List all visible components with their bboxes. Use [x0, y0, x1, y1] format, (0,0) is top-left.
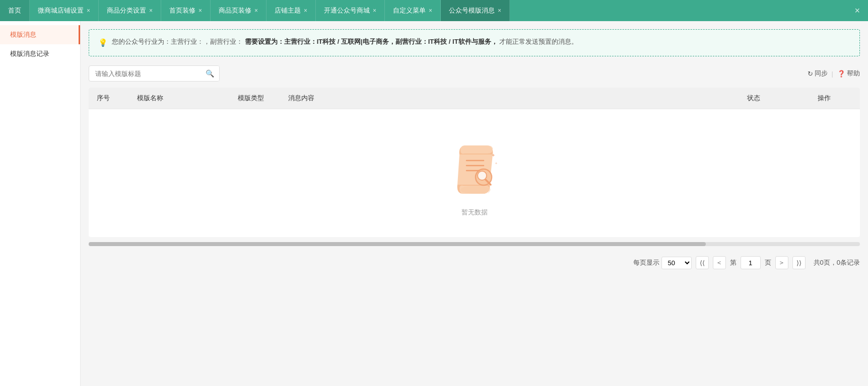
- nav-tab-open-shop[interactable]: 开通公众号商城 ×: [316, 0, 385, 21]
- empty-state-text: 暂无数据: [461, 208, 488, 217]
- empty-row: ✦ ✦ 暂无数据: [89, 109, 860, 238]
- total-info: 共0页，0条记录: [814, 258, 860, 267]
- sidebar-item-template-record[interactable]: 模版消息记录: [0, 44, 80, 63]
- main-content: 💡 您的公众号行业为：主营行业：，副营行业： 需要设置为：主营行业：IT科技 /…: [81, 21, 868, 386]
- toolbar-right: ↻ 同步 | ❓ 帮助: [808, 69, 860, 78]
- close-tab-shop-theme[interactable]: ×: [304, 7, 307, 14]
- info-banner-suffix: 才能正常发送预置的消息。: [499, 38, 578, 45]
- prev-page-button[interactable]: ＜: [713, 256, 726, 269]
- search-bar: 🔍 ↻ 同步 | ❓ 帮助: [89, 65, 860, 82]
- col-header-action: 操作: [810, 88, 860, 109]
- nav-tab-template-msg[interactable]: 公众号模版消息 ×: [441, 0, 510, 21]
- svg-point-5: [478, 171, 487, 180]
- data-table: 序号 模版名称 模版类型 消息内容 状态 操作: [89, 88, 860, 237]
- close-tab-homepage-decor[interactable]: ×: [198, 7, 202, 14]
- sidebar-item-template-message[interactable]: 模版消息: [0, 25, 80, 44]
- page-label-pre: 第: [730, 258, 737, 267]
- scrollbar-thumb[interactable]: [89, 242, 706, 246]
- pagination: 每页显示 10 20 50 100 ⟨⟨ ＜ 第 页 ＞ ⟩⟩ 共0页，0条记录: [89, 251, 860, 269]
- svg-text:✦: ✦: [491, 152, 495, 158]
- next-page-button[interactable]: ＞: [775, 256, 788, 269]
- nav-tab-custom-menu[interactable]: 自定义菜单 ×: [385, 0, 441, 21]
- page-size-select: 每页显示 10 20 50 100: [633, 257, 692, 269]
- nav-tab-homepage-decor[interactable]: 首页装修 ×: [161, 0, 211, 21]
- page-size-dropdown[interactable]: 10 20 50 100: [661, 257, 692, 269]
- close-tab-micro-shop[interactable]: ×: [87, 7, 90, 14]
- top-nav: 首页 微商城店铺设置 × 商品分类设置 × 首页装修 × 商品页装修 × 店铺主…: [0, 0, 868, 21]
- nav-tab-micro-shop[interactable]: 微商城店铺设置 ×: [30, 0, 99, 21]
- search-input-wrap: 🔍: [89, 65, 220, 82]
- empty-state-icon: ✦ ✦: [444, 139, 505, 200]
- nav-tab-category[interactable]: 商品分类设置 ×: [99, 0, 161, 21]
- close-all-tabs-button[interactable]: ×: [846, 6, 868, 16]
- page-size-label: 每页显示: [633, 258, 659, 267]
- close-tab-product-decor[interactable]: ×: [254, 7, 258, 14]
- last-page-button[interactable]: ⟩⟩: [792, 256, 806, 269]
- toolbar-divider: |: [832, 70, 833, 78]
- close-tab-open-shop[interactable]: ×: [373, 7, 376, 14]
- close-tab-custom-menu[interactable]: ×: [429, 7, 432, 14]
- page-number-input[interactable]: [741, 256, 761, 269]
- nav-tab-shop-theme[interactable]: 店铺主题 ×: [266, 0, 316, 21]
- col-header-status: 状态: [739, 88, 810, 109]
- empty-state: ✦ ✦ 暂无数据: [89, 109, 860, 237]
- sync-icon: ↻: [808, 70, 813, 78]
- help-icon: ❓: [837, 70, 845, 78]
- info-banner-highlight: 需要设置为：主营行业：IT科技 / 互联网|电子商务，副营行业：IT科技 / I…: [245, 38, 498, 45]
- close-tab-template-msg[interactable]: ×: [498, 7, 501, 14]
- svg-text:✦: ✦: [495, 162, 498, 165]
- info-banner: 💡 您的公众号行业为：主营行业：，副营行业： 需要设置为：主营行业：IT科技 /…: [89, 29, 860, 56]
- help-button[interactable]: ❓ 帮助: [837, 69, 860, 78]
- sidebar: 模版消息 模版消息记录: [0, 21, 81, 386]
- first-page-button[interactable]: ⟨⟨: [696, 256, 709, 269]
- lightbulb-icon: 💡: [98, 37, 108, 49]
- sync-button[interactable]: ↻ 同步: [808, 69, 828, 78]
- col-header-name: 模版名称: [129, 88, 230, 109]
- search-input[interactable]: [89, 66, 201, 81]
- col-header-content: 消息内容: [280, 88, 739, 109]
- info-banner-prefix: 您的公众号行业为：主营行业：，副营行业：: [112, 38, 243, 45]
- nav-tab-product-decor[interactable]: 商品页装修 ×: [211, 0, 266, 21]
- main-layout: 模版消息 模版消息记录 💡 您的公众号行业为：主营行业：，副营行业： 需要设置为…: [0, 21, 868, 386]
- col-header-type: 模版类型: [230, 88, 280, 109]
- col-header-index: 序号: [89, 88, 129, 109]
- table-header-row: 序号 模版名称 模版类型 消息内容 状态 操作: [89, 88, 860, 109]
- page-label-post: 页: [765, 258, 771, 267]
- close-tab-category[interactable]: ×: [149, 7, 153, 14]
- nav-tab-home[interactable]: 首页: [0, 0, 30, 21]
- horizontal-scrollbar[interactable]: [89, 242, 860, 246]
- search-button[interactable]: 🔍: [201, 66, 219, 81]
